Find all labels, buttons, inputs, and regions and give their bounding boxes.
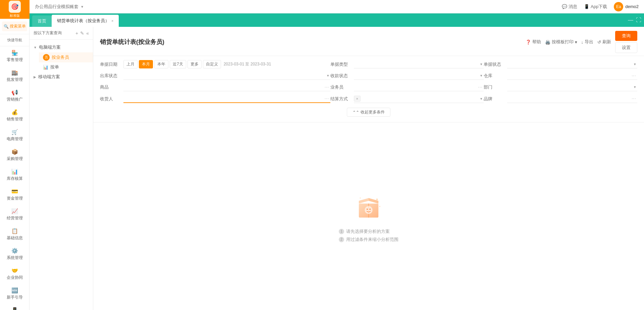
delivery-select[interactable] — [123, 72, 330, 80]
payment-select-wrap[interactable]: ▾ — [354, 72, 484, 80]
doc-status-label: 单据状态 — [484, 61, 507, 67]
app-download-button[interactable]: 📱 App下载 — [584, 4, 607, 10]
sidebar-item-operation[interactable]: 📈 经营管理 — [0, 205, 29, 224]
sidebar-item-newguide[interactable]: 🆕 新手引导 — [0, 284, 29, 304]
setting-button[interactable]: 设置 — [615, 42, 637, 53]
sidebar-logo[interactable]: 🎯 标准版 — [0, 0, 30, 19]
settlement-tag-close[interactable]: × — [356, 97, 358, 101]
settlement-select[interactable] — [362, 95, 484, 103]
sidebar-item-wholesale[interactable]: 🏬 批发管理 — [0, 66, 29, 86]
goods-dots[interactable]: ··· — [323, 84, 330, 90]
doc-status-select[interactable] — [507, 60, 637, 68]
consignee-dots[interactable]: ··· — [323, 96, 330, 102]
purchase-icon: 📦 — [11, 149, 18, 155]
sidebar-item-appstore[interactable]: 📱 应用中心 — [0, 304, 29, 310]
svg-point-5 — [367, 208, 368, 209]
sidebar-item-purchase[interactable]: 📦 采购管理 — [0, 145, 29, 165]
consignee-input[interactable] — [123, 95, 323, 102]
export-button[interactable]: ↓ 导出 — [581, 39, 594, 45]
tree-mobile-section[interactable]: ▶ 移动端方案 — [30, 72, 93, 82]
edit-scheme-button[interactable]: ✎ — [80, 31, 84, 36]
collapse-filter-button[interactable]: ⌃⌃ 收起更多条件 — [347, 108, 390, 117]
user-menu[interactable]: Ea demo2 — [614, 2, 639, 11]
payment-select[interactable] — [354, 72, 484, 80]
warehouse-dots[interactable]: ··· — [630, 73, 637, 79]
filter-goods: 商品 ··· — [100, 83, 330, 91]
print-dropdown-icon: ▾ — [575, 40, 577, 45]
tab-home[interactable]: 首页 — [32, 15, 52, 27]
brand-input[interactable] — [507, 95, 630, 103]
empty-illustration — [352, 188, 385, 222]
topbar-dropdown-button[interactable]: ▾ — [81, 4, 83, 9]
tree-item-order[interactable]: 📊 按单 — [39, 62, 93, 72]
tabbar: 首页 销货单统计表（按业务员） × — ⛶ — [30, 13, 644, 27]
search-menu-button[interactable]: 🔍 搜索菜单 — [2, 21, 27, 31]
home-tab-label: 首页 — [38, 18, 46, 24]
sidebar-item-system[interactable]: ⚙️ 系统管理 — [0, 244, 29, 264]
doc-type-select-wrap[interactable]: ▾ — [354, 60, 484, 68]
tab-sales-report[interactable]: 销货单统计表（按业务员） × — [52, 15, 119, 27]
finance-icon: 💳 — [11, 188, 18, 195]
empty-tips: 1 请先选择要分析的方案 2 用过滤条件来缩小分析范围 — [339, 228, 398, 245]
download-icon: 📱 — [584, 4, 589, 9]
filter-warehouse: 仓库 ··· — [484, 72, 637, 80]
filter-consignee: 收货人 ··· — [100, 95, 330, 103]
help-button[interactable]: ❓ 帮助 — [526, 39, 541, 45]
sidebar-item-sales[interactable]: 💰 销售管理 — [0, 106, 29, 125]
message-button[interactable]: 💬 消息 — [562, 4, 577, 10]
tab-maximize-button[interactable]: ⛶ — [636, 17, 641, 23]
left-panel-actions: + ✎ « — [75, 31, 89, 36]
goods-input[interactable] — [123, 83, 323, 91]
sidebar-item-inventory[interactable]: 📊 库存核算 — [0, 165, 29, 185]
refresh-button[interactable]: ↺ 刷新 — [597, 39, 611, 45]
date-this-month-btn[interactable]: 本月 — [139, 60, 153, 68]
settlement-tag: × — [354, 96, 361, 102]
sidebar-item-marketing[interactable]: 📢 营销推广 — [0, 86, 29, 106]
tab-minimize-button[interactable]: — — [628, 17, 633, 23]
sidebar-item-ecommerce[interactable]: 🛒 电商管理 — [0, 125, 29, 145]
sidebar-item-finance[interactable]: 💳 资金管理 — [0, 185, 29, 205]
delivery-select-wrap[interactable]: ▾ — [123, 72, 330, 80]
quick-nav-button[interactable]: 快捷导航 — [5, 36, 25, 44]
date-custom-btn[interactable]: 自定义 — [203, 60, 221, 68]
add-scheme-button[interactable]: + — [75, 31, 78, 36]
salesperson-label: 按业务员 — [52, 54, 69, 60]
system-icon: ⚙️ — [11, 248, 18, 254]
retail-icon: 🏪 — [11, 50, 18, 56]
filter-row-3: 商品 ··· 业务员 ··· 部门 — [100, 83, 637, 91]
order-icon: 📊 — [43, 65, 48, 70]
warehouse-input[interactable] — [507, 72, 630, 80]
date-label: 单据日期 — [100, 61, 123, 67]
salesperson-filter-label: 业务员 — [330, 84, 354, 90]
ecommerce-icon: 🛒 — [11, 129, 18, 135]
username-label: demo2 — [625, 4, 639, 9]
doc-type-select[interactable] — [354, 60, 484, 68]
tree-item-salesperson[interactable]: 员 按业务员 — [39, 52, 93, 62]
svg-marker-1 — [359, 198, 369, 204]
sidebar-item-retail[interactable]: 🏪 零售管理 — [0, 46, 29, 66]
date-last-month-btn[interactable]: 上月 — [123, 60, 138, 68]
salesperson-input[interactable] — [354, 83, 477, 91]
date-last7-btn[interactable]: 近7天 — [170, 60, 186, 68]
sidebar-item-enterprise[interactable]: 🤝 企业协同 — [0, 264, 29, 284]
salesperson-dots[interactable]: ··· — [477, 84, 484, 90]
query-button[interactable]: 查询 — [615, 31, 637, 41]
tab-close-button[interactable]: × — [111, 19, 113, 23]
filter-area: 单据日期 上月 本月 本年 近7天 更多 自定义 2023-03-01 至 20… — [93, 56, 644, 122]
date-this-year-btn[interactable]: 本年 — [154, 60, 168, 68]
print-button[interactable]: 🖨️ 按模板打印 ▾ — [545, 39, 577, 45]
doc-status-select-wrap[interactable]: ▾ — [507, 60, 637, 68]
brand-dots[interactable]: ··· — [630, 96, 637, 102]
sidebar-item-basic[interactable]: 📋 基础信息 — [0, 224, 29, 244]
tree-desktop-section[interactable]: ▼ 电脑端方案 — [30, 42, 93, 52]
settlement-select-wrap[interactable]: ▾ — [362, 95, 484, 103]
inventory-icon: 📊 — [11, 168, 18, 175]
marketing-icon: 📢 — [11, 89, 18, 96]
department-select[interactable] — [507, 83, 637, 91]
date-group: 上月 本月 本年 近7天 更多 自定义 2023-03-01 至 2023-03… — [123, 60, 330, 68]
newguide-icon: 🆕 — [11, 287, 18, 294]
date-more-btn[interactable]: 更多 — [187, 60, 202, 68]
collapse-panel-button[interactable]: « — [86, 31, 89, 36]
empty-tip-1: 1 请先选择要分析的方案 — [339, 228, 398, 235]
department-select-wrap[interactable]: ▾ — [507, 83, 637, 91]
